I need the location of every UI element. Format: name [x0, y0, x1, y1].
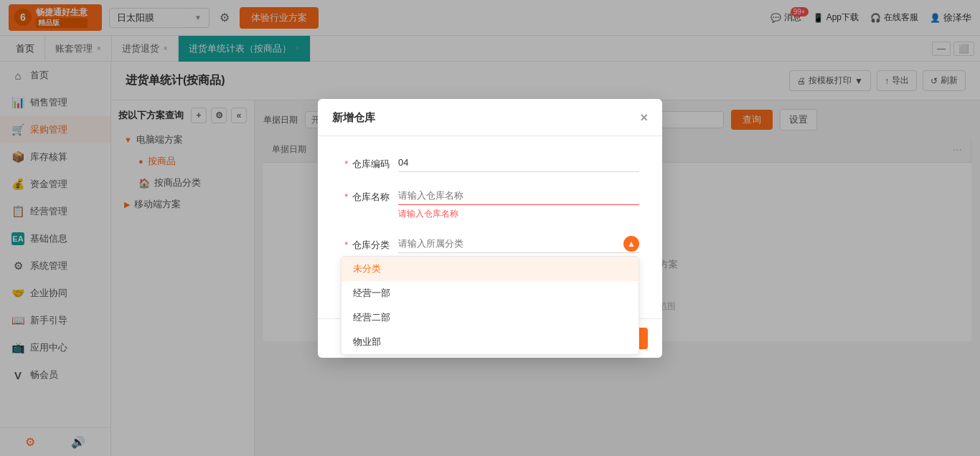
- category-label: * 仓库分类: [341, 234, 398, 252]
- code-field: [398, 153, 639, 172]
- category-dropdown-button[interactable]: ▲: [623, 236, 639, 252]
- code-input[interactable]: [398, 153, 639, 172]
- modal-overlay: 新增仓库 × * 仓库编码 * 仓库名称: [0, 0, 980, 456]
- name-input[interactable]: [398, 186, 639, 205]
- category-dropdown-list: 未分类 经营一部 经营二部 物业部: [341, 256, 639, 355]
- modal-header: 新增仓库 ×: [318, 99, 662, 136]
- code-label: * 仓库编码: [341, 153, 398, 171]
- form-row-category: * 仓库分类 ▲ 未分类 经营一部 经营二部 物业部: [341, 234, 639, 253]
- dropdown-item-dept2[interactable]: 经营二部: [341, 305, 639, 330]
- category-select-input[interactable]: [398, 234, 639, 253]
- name-error-msg: 请输入仓库名称: [398, 208, 639, 220]
- dropdown-item-property[interactable]: 物业部: [341, 330, 639, 354]
- modal-close-button[interactable]: ×: [640, 110, 648, 125]
- form-row-name: * 仓库名称 请输入仓库名称: [341, 186, 639, 220]
- name-field: 请输入仓库名称: [398, 186, 639, 220]
- dropdown-item-dept1[interactable]: 经营一部: [341, 281, 639, 305]
- name-label: * 仓库名称: [341, 186, 398, 204]
- modal-title: 新增仓库: [332, 111, 375, 125]
- dropdown-item-unclassified[interactable]: 未分类: [341, 257, 639, 281]
- category-field: ▲ 未分类 经营一部 经营二部 物业部: [398, 234, 639, 253]
- form-row-code: * 仓库编码: [341, 153, 639, 172]
- category-select-wrapper: ▲ 未分类 经营一部 经营二部 物业部: [398, 234, 639, 253]
- modal-add-warehouse: 新增仓库 × * 仓库编码 * 仓库名称: [318, 99, 662, 358]
- modal-body: * 仓库编码 * 仓库名称 请输入仓库名称: [318, 136, 662, 318]
